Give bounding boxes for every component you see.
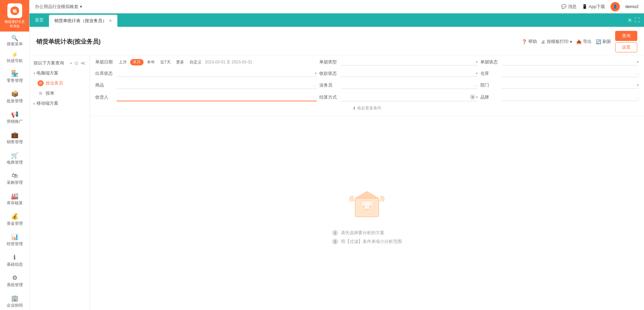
sidebar-item-operations[interactable]: 📊 经营管理 [0,230,29,250]
sidebar-item-sales[interactable]: 💼 销售管理 [0,128,29,148]
message-btn[interactable]: 💬 消息 [561,4,577,10]
scheme-collapse-btn[interactable]: ≪ [80,60,86,66]
collapse-icon: ⬆ [353,106,356,111]
date-opt-this-month[interactable]: 本月 [130,59,144,65]
order-status-label: 单据状态 [480,59,499,65]
app-download-label: App下载 [589,4,605,10]
user-name[interactable]: demo2 [625,4,639,9]
collapse-label: 收起更多条件 [357,105,381,111]
sidebar-item-marketing[interactable]: 📢 营销推广 [0,107,29,128]
mobile-group-arrow: ▸ [34,102,35,105]
inventory-icon: 🏭 [1,192,28,200]
receive-status-select[interactable]: ▾ [341,70,478,77]
scheme-item-by-salesman[interactable]: 按 按业务员 [30,78,90,88]
salesman-item-icon: 按 [38,80,44,86]
sidebar-logo[interactable]: 畅 畅捷通好生意 标准版 [0,0,29,32]
print-label: 按模板打印 [547,39,569,45]
consignee-input[interactable]: … [117,93,317,101]
product-input[interactable]: … [117,81,317,89]
app-title-text: 办公用品行业模拟账套 [35,4,78,10]
sidebar-item-inventory[interactable]: 🏭 库存核算 [0,189,29,209]
date-opt-more[interactable]: 更多 [174,59,186,65]
marketing-icon: 📢 [1,111,28,118]
sidebar-item-purchase[interactable]: 🛍 采购管理 [0,169,29,189]
user-avatar[interactable]: 👤 [610,2,620,11]
collapse-btn[interactable]: ⬆ 收起更多条件 [353,105,381,111]
filter-section: 单据日期 上月 本月 本年 近7天 更多 自定义 2023-03-01 至 20… [90,55,644,116]
ecommerce-label: 电商管理 [1,160,28,165]
scheme-group-desktop-header[interactable]: ▾ 电脑端方案 [30,68,90,78]
filter-order-type: 单据类型 ▾ [319,59,478,65]
app-title-arrow: ▾ [80,4,82,9]
order-status-arrow: ▾ [637,60,639,64]
scheme-add-btn[interactable]: + [70,60,72,66]
sidebar-quick-nav[interactable]: ⚡ 快捷导航 [0,50,29,65]
message-label: 消息 [568,4,577,10]
setting-button[interactable]: 设置 [615,42,637,52]
tab-sales-stat[interactable]: 销货单统计表（按业务员） ✕ [49,15,117,27]
sidebar-item-system[interactable]: ⚙ 系统管理 [0,271,29,291]
sidebar-item-retail[interactable]: 🏪 零售管理 [0,66,29,87]
tip-2-num: 2 [332,239,338,245]
product-label: 商品 [95,82,114,88]
enterprise-label: 企业协同 [1,303,28,308]
date-options: 上月 本月 本年 近7天 更多 自定义 2023-03-01 至 2023-03… [117,59,252,65]
help-btn[interactable]: ❓ 帮助 [522,39,537,45]
out-status-arrow: ▾ [315,71,317,75]
export-btn[interactable]: 📤 导出 [576,39,592,45]
dept-select[interactable]: ▾ [502,82,639,89]
date-range: 2023-03-01 至 2023-03-31 [205,59,252,65]
out-status-select[interactable]: ▾ [117,70,317,77]
tab-maximize-btn[interactable]: ⛶ [635,17,640,23]
warehouse-input[interactable]: … [502,69,639,77]
app-download-icon: 📱 [582,4,587,9]
sidebar-item-wholesale[interactable]: 📦 批发管理 [0,87,29,107]
inventory-label: 库存核算 [1,200,28,206]
order-status-select[interactable]: ▾ [502,59,639,65]
sidebar-item-finance[interactable]: 💰 资金管理 [0,209,29,230]
sidebar-item-basics[interactable]: ℹ 基础信息 [0,250,29,271]
salesman-input[interactable]: … [341,81,478,89]
tab-sales-stat-close[interactable]: ✕ [109,18,112,23]
filter-dept: 部门 ▾ [480,82,639,89]
right-area: 单据日期 上月 本月 本年 近7天 更多 自定义 2023-03-01 至 20… [90,55,644,310]
date-opt-last-month[interactable]: 上月 [117,59,129,65]
mobile-group-label: 移动端方案 [37,100,58,106]
scheme-edit-btn[interactable]: ⊙ [74,60,78,66]
collapse-bar: ⬆ 收起更多条件 [95,104,639,112]
tab-home[interactable]: 首页 [30,13,49,27]
empty-tip-2: 2 用【过滤】条件来缩小分析范围 [332,239,402,245]
user-avatar-img: 👤 [613,4,618,9]
sidebar-item-enterprise[interactable]: 🏢 企业协同 [0,291,29,310]
salesman-label: 业务员 [319,82,338,88]
date-opt-custom[interactable]: 自定义 [187,59,204,65]
settlement-select[interactable]: ✕ ▾ [341,93,478,101]
date-opt-7days[interactable]: 近7天 [158,59,173,65]
svg-marker-3 [355,192,379,198]
tip-1-text: 请先选择要分析的方案 [341,230,384,236]
page-title: 销货单统计表(按业务员) [36,38,101,46]
logo-icon: 畅 [7,3,22,18]
wholesale-label: 批发管理 [1,98,28,104]
svg-text:畅: 畅 [13,9,17,13]
app-title-dropdown[interactable]: 办公用品行业模拟账套 ▾ [35,4,82,10]
scheme-item-by-order[interactable]: ⊞ 按单 [30,88,90,98]
scheme-group-mobile-header[interactable]: ▸ 移动端方案 [30,98,90,108]
filter-warehouse: 仓库 … [480,69,639,77]
empty-inner: 1 请先选择要分析的方案 2 用【过滤】条件来缩小分析范围 [332,182,402,245]
sidebar-item-ecommerce[interactable]: 🛒 电商管理 [0,148,29,169]
brand-input[interactable]: … [502,93,639,101]
sidebar-search-menu[interactable]: 🔍 搜索菜单 [0,32,29,50]
tab-close-btn[interactable]: ✕ [628,17,632,23]
refresh-icon: 🔄 [596,39,601,44]
query-button[interactable]: 查询 [615,31,637,41]
settlement-clear-btn[interactable]: ✕ [470,94,475,100]
date-opt-this-year[interactable]: 本年 [145,59,157,65]
print-btn[interactable]: 🖨 按模板打印 ▾ [541,39,572,45]
tip-2-text: 用【过滤】条件来缩小分析范围 [341,239,402,245]
refresh-btn[interactable]: 🔄 刷新 [596,39,611,45]
order-type-select[interactable]: ▾ [341,59,478,65]
app-download-btn[interactable]: 📱 App下载 [582,4,605,10]
enterprise-icon: 🏢 [1,295,28,302]
header-left: 办公用品行业模拟账套 ▾ [35,4,82,10]
